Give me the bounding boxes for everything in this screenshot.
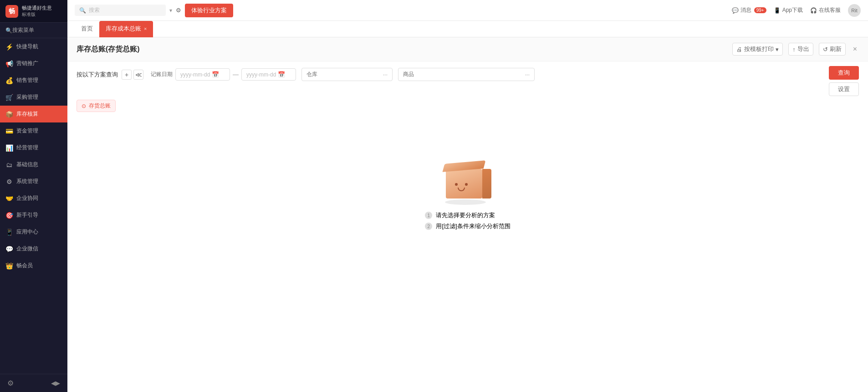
enterprise-icon: 🤝 (5, 195, 13, 202)
refresh-icon: ↺ (823, 46, 828, 53)
quick-nav-icon: ⚡ (5, 43, 13, 51)
scheme-label: 存货总账 (89, 102, 111, 110)
tip-num-2: 2 (425, 223, 432, 230)
search-icon: 🔍 (79, 7, 86, 14)
tab-inventory-cost[interactable]: 库存成本总账 × (99, 21, 153, 37)
print-template-btn[interactable]: 🖨 按模板打印 ▾ (732, 43, 783, 56)
sidebar-item-system[interactable]: ⚙ 系统管理 (0, 173, 67, 190)
filter-right-btns: 查询 设置 (829, 66, 859, 96)
topbar-chevron-icon[interactable]: ▾ (169, 7, 172, 14)
tab-home[interactable]: 首页 (75, 21, 99, 37)
industry-btn[interactable]: 体验行业方案 (185, 4, 233, 17)
export-label: 导出 (797, 45, 809, 53)
sidebar-item-label: 新手引导 (16, 211, 38, 219)
headset-icon: 🎧 (810, 7, 817, 14)
page-container: 库存总账(存货总账) 🖨 按模板打印 ▾ ↑ 导出 ↺ 刷新 (67, 37, 868, 392)
refresh-btn[interactable]: ↺ 刷新 (819, 43, 846, 56)
app-download-label: App下载 (782, 6, 803, 14)
sidebar-item-label: 库存核算 (16, 110, 38, 118)
empty-state: 1 请先选择要分析的方案 2 用[过滤]条件来缩小分析范围 (67, 116, 868, 270)
message-btn[interactable]: 💬 消息 99+ (732, 6, 766, 14)
online-service-btn[interactable]: 🎧 在线客服 (810, 6, 841, 14)
tabs-bar: 首页 库存成本总账 × (67, 21, 868, 37)
sidebar-item-finance[interactable]: 💳 资金管理 (0, 122, 67, 139)
sidebar-item-label: 系统管理 (16, 178, 38, 185)
product-label: 商品 (403, 71, 414, 78)
date-end-input[interactable]: yyyy-mm-dd 📅 (241, 68, 296, 81)
warehouse-select[interactable]: 仓库 ··· (301, 68, 393, 81)
page-close-btn[interactable]: × (851, 43, 859, 55)
tip-item-2: 2 用[过滤]条件来缩小分析范围 (425, 222, 510, 230)
user-avatar[interactable]: Rit (848, 4, 861, 17)
product-field-group: 商品 ··· (398, 68, 535, 81)
tip-text-1: 请先选择要分析的方案 (436, 211, 495, 219)
topbar-right: 💬 消息 99+ 📱 App下载 🎧 在线客服 Rit (732, 4, 861, 17)
date-start-input[interactable]: yyyy-mm-dd 📅 (175, 68, 230, 81)
date-end-placeholder: yyyy-mm-dd (246, 71, 276, 78)
page-header: 库存总账(存货总账) 🖨 按模板打印 ▾ ↑ 导出 ↺ 刷新 (67, 37, 868, 61)
sidebar-item-label: 快捷导航 (16, 43, 38, 51)
filter-collapse-btn[interactable]: ≪ (133, 70, 143, 80)
topbar: 🔍 搜索 ▾ ⚙ 体验行业方案 💬 消息 99+ 📱 App下载 🎧 在线客服 … (67, 0, 868, 21)
page-header-actions: 🖨 按模板打印 ▾ ↑ 导出 ↺ 刷新 × (732, 43, 859, 56)
sidebar-item-member[interactable]: 👑 畅会员 (0, 257, 67, 274)
phone-icon: 📱 (774, 7, 781, 14)
tip-num-1: 1 (425, 212, 432, 219)
topbar-search[interactable]: 🔍 搜索 (75, 5, 166, 16)
topbar-gear-icon[interactable]: ⚙ (176, 7, 181, 14)
sales-icon: 💰 (5, 77, 13, 84)
sidebar-item-label: 应用中心 (16, 228, 38, 236)
sidebar-item-apps[interactable]: 📱 应用中心 (0, 224, 67, 240)
sidebar: 畅 畅捷通好生意 标准版 🔍 搜索菜单 ⚡ 快捷导航 📢 营销推广 💰 销售管理… (0, 0, 67, 392)
sidebar-item-guide[interactable]: 🎯 新手引导 (0, 207, 67, 224)
message-label: 消息 (740, 6, 751, 14)
date-separator: — (233, 71, 239, 78)
calendar-end-icon: 📅 (278, 71, 285, 78)
message-icon: 💬 (732, 7, 739, 14)
scheme-item[interactable]: ⊙ 存货总账 (77, 100, 116, 112)
sidebar-item-wechat[interactable]: 💬 企业微信 (0, 240, 67, 257)
print-template-label: 按模板打印 (744, 45, 774, 53)
finance-icon: 💳 (5, 127, 13, 135)
sidebar-search[interactable]: 🔍 搜索菜单 (0, 23, 67, 38)
sidebar-item-label: 基础信息 (16, 161, 38, 168)
sidebar-item-label: 销售管理 (16, 76, 38, 84)
tab-inventory-cost-label: 库存成本总账 (106, 25, 141, 33)
sidebar-item-label: 资金管理 (16, 127, 38, 135)
sidebar-item-inventory[interactable]: 📦 库存核算 (0, 106, 67, 122)
page-title: 库存总账(存货总账) (77, 45, 140, 54)
filter-add-btn[interactable]: + (122, 70, 132, 80)
app-version: 标准版 (22, 11, 52, 18)
sidebar-item-quick-nav[interactable]: ⚡ 快捷导航 (0, 38, 67, 55)
sidebar-item-purchase[interactable]: 🛒 采购管理 (0, 89, 67, 106)
basic-icon: 🗂 (5, 161, 13, 168)
export-btn[interactable]: ↑ 导出 (788, 43, 813, 56)
calendar-start-icon: 📅 (212, 71, 219, 78)
warehouse-more-icon: ··· (383, 71, 388, 78)
print-chevron-icon: ▾ (776, 46, 779, 53)
sidebar-settings-icon[interactable]: ⚙ (7, 379, 14, 387)
sidebar-item-marketing[interactable]: 📢 营销推广 (0, 55, 67, 72)
query-btn[interactable]: 查询 (829, 66, 859, 80)
sidebar-item-sales[interactable]: 💰 销售管理 (0, 72, 67, 89)
refresh-label: 刷新 (830, 45, 842, 53)
product-select[interactable]: 商品 ··· (398, 68, 535, 81)
date-field-group: 记账日期 yyyy-mm-dd 📅 — yyyy-mm-dd 📅 (151, 68, 296, 81)
settings-btn[interactable]: 设置 (829, 82, 859, 96)
tab-close-icon[interactable]: × (144, 26, 147, 31)
sidebar-item-label: 采购管理 (16, 93, 38, 101)
product-more-icon: ··· (525, 71, 530, 78)
sidebar-footer: ⚙ ◀▶ (0, 374, 67, 392)
main-area: 🔍 搜索 ▾ ⚙ 体验行业方案 💬 消息 99+ 📱 App下载 🎧 在线客服 … (67, 0, 868, 392)
scheme-icon: ⊙ (82, 103, 86, 109)
sidebar-item-label: 企业微信 (16, 245, 38, 253)
tip-text-2: 用[过滤]条件来缩小分析范围 (436, 222, 510, 230)
sidebar-item-enterprise[interactable]: 🤝 企业协同 (0, 190, 67, 207)
sidebar-collapse-icon[interactable]: ◀▶ (51, 380, 60, 387)
app-download-btn[interactable]: 📱 App下载 (774, 6, 803, 14)
apps-icon: 📱 (5, 229, 13, 236)
sidebar-item-business[interactable]: 📊 经营管理 (0, 139, 67, 156)
export-icon: ↑ (792, 46, 796, 53)
member-icon: 👑 (5, 262, 13, 270)
sidebar-item-basic[interactable]: 🗂 基础信息 (0, 156, 67, 173)
